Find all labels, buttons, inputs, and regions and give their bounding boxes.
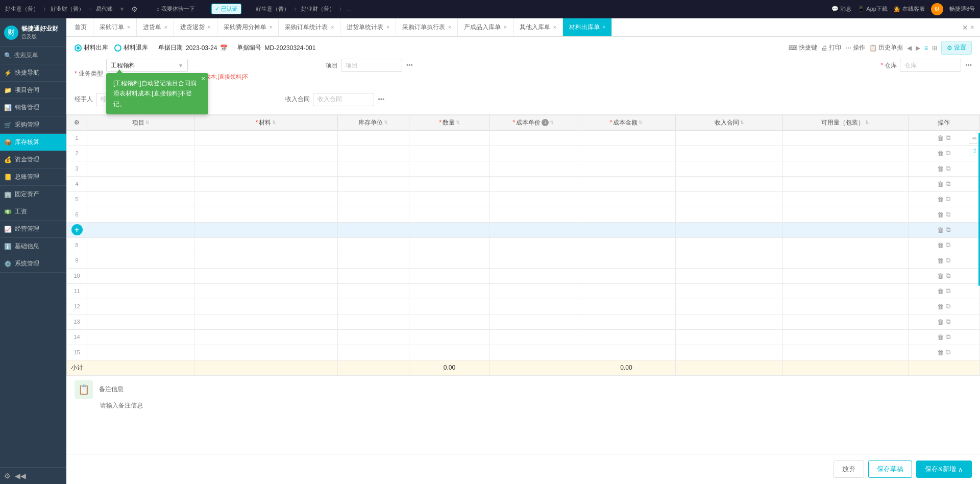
history-btn[interactable]: 📋 历史单据 [869, 43, 903, 52]
tab-close-purchase-order[interactable]: × [127, 25, 130, 30]
delete-row-icon-6[interactable]: 🗑 [937, 211, 944, 219]
copy-row-icon-2[interactable]: ⧉ [946, 149, 950, 157]
settings-gear-icon[interactable]: ⚙ [131, 5, 138, 13]
delete-row-icon-15[interactable]: 🗑 [937, 349, 944, 356]
top-nav-experience[interactable]: ○ 我要体验一下 [156, 5, 195, 13]
tab-close-receive[interactable]: × [164, 25, 167, 30]
radio-material-return[interactable]: 材料退库 [114, 43, 148, 52]
income-contract-more-btn[interactable]: ••• [378, 96, 385, 103]
cell-material-2[interactable] [194, 146, 337, 161]
tab-material-out[interactable]: 材料出库单 × [563, 18, 612, 37]
copy-row-icon-14[interactable]: ⧉ [946, 333, 950, 341]
warehouse-input[interactable]: 仓库 [900, 59, 961, 72]
delete-row-icon-14[interactable]: 🗑 [937, 333, 944, 341]
view-list-icon[interactable]: ≡ [924, 44, 928, 52]
delete-row-icon-2[interactable]: 🗑 [937, 150, 944, 157]
cell-warehouse-unit-1[interactable] [337, 130, 409, 146]
sidebar-item-purchase[interactable]: 🛒 采购管理 [0, 116, 66, 134]
sidebar-item-sales[interactable]: 📊 销售管理 [0, 99, 66, 116]
cell-material-1[interactable] [194, 130, 337, 146]
cell-uq-2[interactable] [783, 146, 908, 161]
delete-row-icon-10[interactable]: 🗑 [937, 272, 944, 280]
tab-home[interactable]: 首页 [68, 18, 93, 37]
sidebar-item-ledger[interactable]: 📒 总账管理 [0, 168, 66, 186]
delete-row-icon-13[interactable]: 🗑 [937, 318, 944, 326]
tab-receive[interactable]: 进货单 × [137, 18, 174, 37]
sidebar-item-ops[interactable]: 📈 经营管理 [0, 221, 66, 238]
copy-row-icon-15[interactable]: ⧉ [946, 348, 950, 356]
tab-close-receive-stat[interactable]: × [386, 25, 389, 30]
cell-ic-2[interactable] [675, 146, 782, 161]
top-nav-link-haoshengyi[interactable]: 好生意（普） [5, 5, 39, 13]
sidebar-item-system[interactable]: ⚙️ 系统管理 [0, 255, 66, 273]
delete-row-icon-7[interactable]: 🗑 [937, 226, 944, 234]
warehouse-more-btn[interactable]: ••• [965, 62, 972, 69]
cell-wu-2[interactable] [337, 146, 409, 161]
delete-row-icon-11[interactable]: 🗑 [937, 287, 944, 295]
copy-row-icon-10[interactable]: ⧉ [946, 272, 950, 280]
message-link[interactable]: 💬 消息 [831, 5, 851, 13]
tab-receive-return[interactable]: 进货退货 × [174, 18, 217, 37]
copy-row-icon-4[interactable]: ⧉ [946, 180, 950, 188]
tab-close-purchase-fee[interactable]: × [270, 25, 273, 30]
tab-receive-stat[interactable]: 进货单统计表 × [340, 18, 396, 37]
view-grid-icon[interactable]: ⊞ [932, 44, 937, 52]
tab-close-finished-goods[interactable]: × [504, 25, 507, 30]
tab-purchase-order[interactable]: 采购订单 × [93, 18, 137, 37]
cell-cu-2[interactable] [489, 146, 577, 161]
copy-row-icon-1[interactable]: ⧉ [946, 134, 950, 142]
delete-row-icon-3[interactable]: 🗑 [937, 165, 944, 173]
copy-row-icon-3[interactable]: ⧉ [946, 164, 950, 173]
income-contract-input[interactable]: 收入合同 [313, 93, 374, 106]
tab-close-material-out[interactable]: × [603, 25, 606, 30]
tooltip-close-btn[interactable]: × [201, 75, 205, 82]
cell-cost-unit-1[interactable] [489, 130, 577, 146]
save-new-button[interactable]: 保存&新增 ∧ [916, 461, 972, 478]
sidebar-settings-icon[interactable]: ⚙ [4, 472, 11, 480]
cell-qty-2[interactable] [409, 146, 490, 161]
copy-row-icon-5[interactable]: ⧉ [946, 195, 950, 203]
project-input[interactable]: 项目 [341, 59, 402, 72]
calendar-icon[interactable]: 📅 [220, 44, 228, 52]
cell-cost-amount-1[interactable] [577, 130, 676, 146]
copy-row-icon-11[interactable]: ⧉ [946, 287, 950, 295]
close-all-icon[interactable]: ✕ [962, 23, 968, 32]
user-avatar[interactable]: 财 [931, 3, 943, 15]
delete-row-icon-9[interactable]: 🗑 [937, 257, 944, 264]
tab-close-receive-return[interactable]: × [208, 25, 211, 30]
nav-next-icon[interactable]: ▶ [916, 44, 920, 52]
copy-row-icon-12[interactable]: ⧉ [946, 302, 950, 310]
tab-close-purchase-stat[interactable]: × [331, 25, 334, 30]
sidebar-collapse-icon[interactable]: ◀◀ [15, 472, 26, 480]
delete-row-icon-1[interactable]: 🗑 [937, 134, 944, 142]
sidebar-item-salary[interactable]: 💵 工资 [0, 203, 66, 221]
project-more-btn[interactable]: ••• [406, 62, 413, 69]
cell-project-1[interactable] [87, 130, 194, 146]
operations-btn[interactable]: ⋯ 操作 [845, 43, 865, 52]
tab-purchase-exec[interactable]: 采购订单执行表 × [396, 18, 458, 37]
cost-info-icon[interactable]: i [542, 119, 549, 126]
copy-row-icon-13[interactable]: ⧉ [946, 318, 950, 326]
tab-close-purchase-exec[interactable]: × [448, 25, 451, 30]
app-download-link[interactable]: 📱 App下载 [857, 5, 888, 13]
date-value[interactable]: 2023-03-24 [186, 44, 217, 52]
tab-close-other-warehouse[interactable]: × [553, 25, 556, 30]
settings-btn[interactable]: ⚙ 设置 [941, 41, 972, 55]
save-draft-button[interactable]: 保存草稿 [868, 461, 912, 478]
delete-row-icon-5[interactable]: 🗑 [937, 196, 944, 203]
sidebar-item-inventory[interactable]: 📦 库存核算 [0, 134, 66, 151]
top-nav-link-haoyecai[interactable]: 好业财（普） [51, 5, 84, 13]
cell-project-2[interactable] [87, 146, 194, 161]
top-nav-more[interactable]: ... [347, 6, 351, 12]
tab-other-warehouse[interactable]: 其他入库单 × [513, 18, 563, 37]
copy-row-icon-8[interactable]: ⧉ [946, 241, 950, 249]
sidebar-item-finance[interactable]: 💰 资金管理 [0, 151, 66, 168]
tab-menu-icon[interactable]: ≡ [970, 24, 974, 31]
sidebar-item-basic[interactable]: ℹ️ 基础信息 [0, 238, 66, 255]
discard-button[interactable]: 放弃 [834, 461, 864, 478]
top-nav-link-haoyecai2[interactable]: 好业财（普） [301, 5, 335, 13]
top-nav-link-yidazhang[interactable]: 易代账 [96, 5, 113, 13]
cell-usable-qty-1[interactable] [783, 130, 908, 146]
delete-row-icon-4[interactable]: 🗑 [937, 180, 944, 188]
sidebar-item-shortcut[interactable]: ⚡ 快捷导航 [0, 64, 66, 82]
